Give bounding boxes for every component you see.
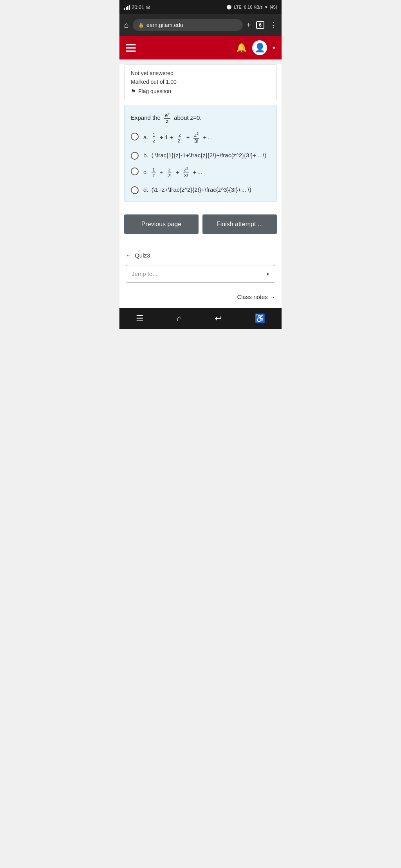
class-notes[interactable]: Class notes → bbox=[119, 289, 282, 308]
clock-icon: 🕐 bbox=[226, 5, 232, 10]
bottom-menu-icon[interactable]: ☰ bbox=[136, 313, 144, 324]
network-speed: 0.10 KB/s bbox=[244, 5, 263, 9]
nav-buttons: Previous page Finish attempt ... bbox=[119, 207, 282, 246]
radio-a[interactable] bbox=[131, 133, 139, 140]
email-icon: ✉ bbox=[146, 4, 150, 10]
browser-bar: ⌂ 🔒 earn.gitam.edu + 6 ⋮ bbox=[119, 14, 282, 36]
question-marks: Marked out of 1.00 bbox=[131, 79, 270, 85]
hamburger-menu[interactable] bbox=[126, 44, 136, 52]
fraction: ez z bbox=[164, 112, 170, 124]
wifi-icon: ▾ bbox=[265, 5, 267, 10]
header-right: 🔔 👤 ▾ bbox=[236, 40, 275, 55]
url-text: earn.gitam.edu bbox=[146, 22, 237, 28]
option-c[interactable]: c. 1 z + z 2! + z2 3! + ... bbox=[131, 167, 270, 178]
radio-c[interactable] bbox=[131, 167, 139, 175]
address-bar[interactable]: 🔒 earn.gitam.edu bbox=[133, 19, 243, 31]
question-box: Expand the ez z about z=0. a. 1 z bbox=[124, 105, 277, 202]
status-left: 20:01 ✉ bbox=[124, 4, 150, 10]
jump-to-container: Jump to... ⬧ bbox=[119, 263, 282, 289]
signal-bars bbox=[124, 5, 130, 10]
bottom-nav: ☰ ⌂ ↩ ♿ bbox=[119, 308, 282, 329]
option-b[interactable]: b. ( \frac{1}{z}-1+\frac{z}{2!}+\frac{z^… bbox=[131, 151, 270, 160]
back-arrow-icon: ← bbox=[126, 252, 132, 259]
question-info-box: Not yet answered Marked out of 1.00 ⚑ Fl… bbox=[124, 64, 277, 100]
network-type: LTE bbox=[234, 5, 242, 9]
radio-b[interactable] bbox=[131, 152, 139, 160]
back-link-text: Quiz3 bbox=[135, 252, 150, 259]
option-d[interactable]: d. (\1+z+\frac{z^2}{2!}+\frac{z^3}{3!}+.… bbox=[131, 185, 270, 194]
add-tab-icon[interactable]: + bbox=[247, 21, 251, 29]
app-header: 🔔 👤 ▾ bbox=[119, 36, 282, 59]
hamburger-line-2 bbox=[126, 47, 136, 49]
bottom-back-icon[interactable]: ↩ bbox=[215, 313, 222, 324]
hamburger-line-1 bbox=[126, 44, 136, 45]
hamburger-line-3 bbox=[126, 50, 136, 52]
flag-question[interactable]: ⚑ Flag question bbox=[131, 88, 270, 94]
class-notes-label: Class notes → bbox=[237, 294, 275, 300]
status-right: 🕐 LTE 0.10 KB/s ▾ [45] bbox=[226, 5, 277, 10]
tab-count[interactable]: 6 bbox=[256, 21, 264, 29]
main-content: Not yet answered Marked out of 1.00 ⚑ Fl… bbox=[119, 64, 282, 308]
bottom-home-icon[interactable]: ⌂ bbox=[177, 313, 182, 324]
jump-to-select[interactable]: Jump to... bbox=[126, 265, 275, 283]
browser-actions: + 6 ⋮ bbox=[247, 21, 277, 29]
chevron-down-icon[interactable]: ▾ bbox=[273, 45, 275, 51]
radio-d[interactable] bbox=[131, 186, 139, 194]
option-a-label: a. 1 z + 1 + z 2! + z2 3! + bbox=[143, 132, 213, 144]
avatar[interactable]: 👤 bbox=[252, 40, 267, 55]
jump-to-select-wrapper: Jump to... ⬧ bbox=[126, 265, 275, 283]
flag-label: Flag question bbox=[138, 88, 171, 94]
status-bar: 20:01 ✉ 🕐 LTE 0.10 KB/s ▾ [45] bbox=[119, 0, 282, 14]
option-c-label: c. 1 z + z 2! + z2 3! + ... bbox=[143, 167, 202, 178]
option-b-label: b. ( \frac{1}{z}-1+\frac{z}{2!}+\frac{z^… bbox=[143, 151, 266, 160]
more-options-icon[interactable]: ⋮ bbox=[270, 21, 277, 29]
browser-home-icon[interactable]: ⌂ bbox=[124, 21, 129, 30]
bottom-accessibility-icon[interactable]: ♿ bbox=[255, 313, 265, 324]
bell-icon[interactable]: 🔔 bbox=[236, 43, 247, 53]
battery-indicator: [45] bbox=[270, 5, 277, 9]
finish-attempt-button[interactable]: Finish attempt ... bbox=[202, 214, 277, 234]
status-time: 20:01 bbox=[132, 4, 145, 10]
question-status: Not yet answered bbox=[131, 70, 270, 76]
flag-icon: ⚑ bbox=[131, 88, 136, 94]
previous-page-button[interactable]: Previous page bbox=[124, 214, 199, 234]
question-text: Expand the ez z about z=0. bbox=[131, 112, 270, 124]
back-link[interactable]: ← Quiz3 bbox=[119, 246, 282, 263]
option-a[interactable]: a. 1 z + 1 + z 2! + z2 3! + bbox=[131, 132, 270, 144]
user-icon: 👤 bbox=[255, 43, 265, 53]
options-list: a. 1 z + 1 + z 2! + z2 3! + bbox=[131, 132, 270, 194]
option-d-label: d. (\1+z+\frac{z^2}{2!}+\frac{z^3}{3!}+.… bbox=[143, 185, 251, 194]
math-expression: ez z bbox=[164, 114, 172, 121]
lock-icon: 🔒 bbox=[138, 22, 144, 28]
